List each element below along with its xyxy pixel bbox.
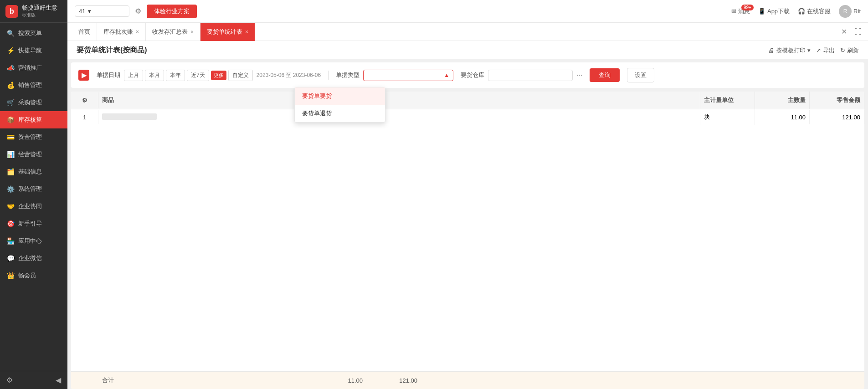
nav-icon-search: 🔍 — [6, 29, 15, 37]
sidebar-item-sales[interactable]: 💰销售管理 — [0, 77, 67, 94]
date-buttons: 上月 本月 本年 近7天 更多 自定义 — [124, 70, 253, 81]
td-unit-1: 块 — [700, 109, 755, 125]
user-menu[interactable]: R Rit — [839, 5, 861, 18]
sidebar-item-base[interactable]: 🗂️基础信息 — [0, 163, 67, 180]
tab-label-home: 首页 — [78, 28, 90, 36]
nav-label-system: 系统管理 — [18, 185, 42, 193]
export-button[interactable]: ↗ 导出 — [816, 46, 835, 55]
more-filters-icon[interactable]: ··· — [576, 71, 582, 79]
date-range-display: 2023-05-06 至 2023-06-06 — [257, 72, 321, 79]
filter-bar: ▶ 单据日期 上月 本月 本年 近7天 更多 自定义 2023-05-06 至 … — [71, 62, 864, 88]
this-month-btn[interactable]: 本月 — [145, 70, 164, 81]
doc-type-input[interactable] — [367, 72, 444, 79]
doc-type-filter-group: 单据类型 ▲ — [336, 70, 453, 81]
refresh-button[interactable]: ↻ 刷新 — [840, 46, 859, 55]
footer-qty: 11.00 — [312, 377, 366, 384]
tab-inventory_batch[interactable]: 库存批次账× — [97, 23, 146, 41]
nav-label-operation: 经营管理 — [18, 150, 42, 159]
sidebar-item-appstore[interactable]: 🏪应用中心 — [0, 232, 67, 250]
sidebar-item-purchase[interactable]: 🛒采购管理 — [0, 94, 67, 111]
sidebar-item-wechat[interactable]: 💬企业微信 — [0, 250, 67, 267]
nav-icon-marketing: 📣 — [6, 64, 15, 72]
more-dates-btn[interactable]: 更多 — [211, 71, 226, 80]
refresh-icon: ↻ — [840, 47, 845, 54]
company-select-value: 41 — [79, 8, 85, 15]
doc-type-select[interactable]: ▲ — [363, 70, 453, 81]
sidebar-item-inventory[interactable]: 📦库存核算 — [0, 111, 67, 128]
settings-icon[interactable]: ⚙ — [6, 376, 13, 384]
sidebar-item-member[interactable]: 👑畅会员 — [0, 267, 67, 284]
tab-label-inventory_batch: 库存批次账 — [103, 28, 133, 36]
warehouse-label: 要货仓库 — [461, 71, 484, 79]
tab-close-inventory_batch[interactable]: × — [136, 29, 139, 35]
gear-icon[interactable]: ⚙ — [135, 7, 141, 15]
sidebar-item-system[interactable]: ⚙️系统管理 — [0, 180, 67, 198]
table-area: ⚙ 商品 主计量单位 主数量 零售金额 1 块 11.00 121.00 — [71, 92, 864, 389]
warehouse-select[interactable] — [488, 70, 573, 81]
th-product: 商品 — [98, 92, 700, 109]
filter-expand-button[interactable]: ▶ — [78, 70, 89, 81]
sidebar-item-marketing[interactable]: 📣营销推广 — [0, 59, 67, 77]
th-qty: 主数量 — [755, 92, 810, 109]
warehouse-input[interactable] — [492, 72, 569, 79]
logo-text: 畅捷通好生意 标准版 — [22, 4, 57, 18]
last-month-btn[interactable]: 上月 — [124, 70, 143, 81]
sidebar-item-shortcut[interactable]: ⚡快捷导航 — [0, 42, 67, 59]
trial-button[interactable]: 体验行业方案 — [147, 5, 197, 18]
settings-button[interactable]: 设置 — [627, 68, 654, 82]
th-seq: ⚙ — [71, 92, 98, 108]
nav-label-guide: 新手引导 — [18, 220, 42, 228]
tab-home[interactable]: 首页 — [72, 23, 97, 41]
sidebar-item-search[interactable]: 🔍搜索菜单 — [0, 25, 67, 42]
th-settings-icon[interactable]: ⚙ — [82, 97, 87, 104]
nav-icon-finance: 💳 — [6, 133, 15, 141]
nav-label-purchase: 采购管理 — [18, 98, 42, 107]
last-7-days-btn[interactable]: 近7天 — [187, 70, 209, 81]
nav-label-wechat: 企业微信 — [18, 254, 42, 262]
tab-close-requisition_stat[interactable]: × — [245, 29, 248, 35]
nav-icon-enterprise: 🤝 — [6, 202, 15, 210]
custom-date-btn[interactable]: 自定义 — [228, 70, 253, 81]
nav-icon-wechat: 💬 — [6, 254, 15, 262]
sidebar-nav: 🔍搜索菜单⚡快捷导航📣营销推广💰销售管理🛒采购管理📦库存核算💳资金管理📊经营管理… — [0, 23, 67, 371]
chevron-up-icon: ▲ — [444, 72, 449, 78]
sidebar-item-enterprise[interactable]: 🤝企业协同 — [0, 198, 67, 215]
page-content: 要货单统计表(按商品) 🖨 按模板打印 ▾ ↗ 导出 ↻ 刷新 ▶ — [67, 41, 868, 389]
print-button[interactable]: 🖨 按模板打印 ▾ — [768, 46, 811, 55]
sidebar-item-guide[interactable]: 🎯新手引导 — [0, 215, 67, 232]
sidebar-item-finance[interactable]: 💳资金管理 — [0, 128, 67, 146]
doc-type-label: 单据类型 — [336, 71, 360, 79]
th-amount: 零售金额 — [810, 92, 864, 109]
nav-icon-member: 👑 — [6, 271, 15, 280]
filter-divider — [328, 71, 329, 80]
this-year-btn[interactable]: 本年 — [166, 70, 185, 81]
expand-tab-button[interactable]: ⛶ — [853, 26, 863, 38]
nav-label-base: 基础信息 — [18, 168, 42, 176]
sidebar-item-operation[interactable]: 📊经营管理 — [0, 146, 67, 163]
chevron-down-icon: ▾ — [807, 47, 811, 54]
tab-collect_summary[interactable]: 收发存汇总表× — [146, 23, 200, 41]
tab-requisition_stat[interactable]: 要货单统计表× — [200, 23, 255, 41]
tab-label-collect_summary: 收发存汇总表 — [152, 28, 188, 36]
table-footer: 合计 11.00 121.00 — [71, 371, 864, 389]
page-actions: 🖨 按模板打印 ▾ ↗ 导出 ↻ 刷新 — [768, 46, 859, 55]
dropdown-item-requisition[interactable]: 要货单要货 — [295, 87, 385, 105]
footer-amount: 121.00 — [366, 377, 421, 384]
dropdown-item-return[interactable]: 要货单退货 — [295, 105, 385, 122]
company-select[interactable]: 41 ▾ — [75, 5, 129, 17]
doc-type-dropdown: 要货单要货 要货单退货 — [294, 87, 385, 123]
sidebar: b 畅捷通好生意 标准版 🔍搜索菜单⚡快捷导航📣营销推广💰销售管理🛒采购管理📦库… — [0, 0, 67, 389]
page-title: 要货单统计表(按商品) — [77, 46, 147, 55]
collapse-icon[interactable]: ◀ — [56, 376, 61, 384]
tab-close-collect_summary[interactable]: × — [190, 29, 194, 35]
close-tab-button[interactable]: ✕ — [839, 26, 849, 38]
nav-icon-sales: 💰 — [6, 81, 15, 89]
query-button[interactable]: 查询 — [590, 68, 620, 82]
print-icon: 🖨 — [768, 47, 774, 54]
online-service-button[interactable]: 🎧 在线客服 — [798, 7, 831, 15]
product-placeholder-1 — [102, 113, 157, 120]
sidebar-logo: b 畅捷通好生意 标准版 — [0, 0, 67, 23]
app-download-button[interactable]: 📱 App下载 — [758, 7, 790, 15]
page-header: 要货单统计表(按商品) 🖨 按模板打印 ▾ ↗ 导出 ↻ 刷新 — [67, 41, 868, 59]
messages-button[interactable]: ✉ 消息 99+ — [731, 7, 750, 15]
